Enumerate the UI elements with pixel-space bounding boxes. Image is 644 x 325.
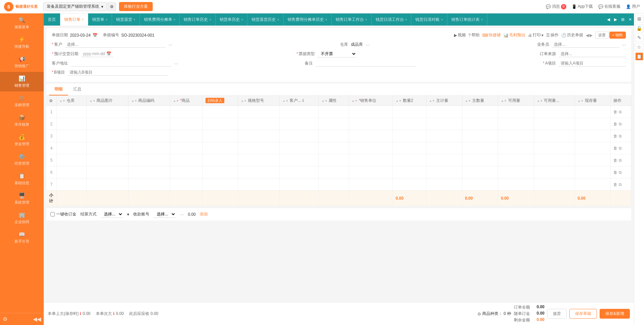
add-material-button[interactable]: + 物料 [609,32,626,39]
right-btn-lock[interactable]: 🔒 [635,24,643,32]
sidebar-item-purchase[interactable]: 🛒采购管理 [0,91,44,111]
invoice-select[interactable]: 不开票 增值税普通发票 增值税专用发票 [317,50,356,57]
message-btn[interactable]: 💬 消息 9 [546,4,566,9]
tab-close-6[interactable]: × [241,18,243,22]
tab-nav-next[interactable]: ▶ [612,17,619,22]
col-scan[interactable]: 扫码录入 [202,96,238,106]
warehouse-more-icon[interactable]: ··· [366,42,370,47]
receipt-more-icon[interactable]: ··· [180,212,184,217]
tab-8[interactable]: 销售费用分摊单历史× [283,13,332,26]
tab-summary[interactable]: 汇总 [68,84,87,95]
tab-1[interactable]: 销售订单× [60,13,88,26]
right-btn-clip[interactable]: 📋 [635,52,643,60]
tab-close-7[interactable]: × [277,18,279,22]
settings-button[interactable]: 设置 [595,32,609,39]
right-btn-star[interactable]: ☆ [635,43,643,51]
tab-close-11[interactable]: × [441,18,443,22]
history-btn[interactable]: 🕐 历史单据 [561,32,583,38]
tab-close-8[interactable]: × [325,18,327,22]
b-project-input[interactable] [68,69,168,76]
sidebar-item-marketing[interactable]: 📢营销推广 [0,52,44,72]
sidebar-item-enterprise[interactable]: 🏢企业协同 [0,208,44,228]
profit-btn[interactable]: 📊 毛利预估 [503,32,525,38]
row-delete-6[interactable]: 🗑 [613,170,617,175]
row-delete-3[interactable]: 🗑 [613,134,617,138]
sidebar-item-inventory[interactable]: 📦库存核算 [0,111,44,130]
row-copy-4[interactable]: ⧉ [619,146,622,151]
tab-close-12[interactable]: × [481,18,483,22]
user-menu[interactable]: 👤 用户 [626,4,640,9]
tab-close-5[interactable]: × [209,18,211,22]
address-more-icon[interactable]: ··· [174,61,178,66]
row-delete-7[interactable]: 🗑 [613,182,617,187]
tab-9[interactable]: 销售订单工作台× [332,13,372,26]
tab-12[interactable]: 销售订单统计表× [447,13,487,26]
row-delete-2[interactable]: 🗑 [613,122,617,126]
sidebar-item-basic[interactable]: 📋基础信息 [0,169,44,189]
sidebar-item-search[interactable]: 🔍搜索菜单 [0,13,44,33]
tab-nav-prev[interactable]: ◀ [605,17,612,22]
shortcut-btn[interactable]: ⌨ 快捷键 [482,32,501,38]
tab-close-10[interactable]: × [405,18,407,22]
sidebar-collapse-icon[interactable]: ◀◀ [33,316,41,322]
customer-input[interactable] [65,41,166,48]
row-copy-7[interactable]: ⧉ [619,182,622,187]
tab-close-3[interactable]: × [134,18,136,22]
row-copy-1[interactable]: ⧉ [619,110,622,114]
payment-method-select[interactable]: 选择... [101,211,123,218]
row-copy-6[interactable]: ⧉ [619,170,622,175]
customer-more-icon[interactable]: ··· [168,42,173,47]
sidebar-item-operation[interactable]: ⚙️经营管理 [0,150,44,169]
salesperson-more-icon[interactable]: ··· [622,42,626,47]
sidebar-item-system[interactable]: 🖥️系统管理 [0,189,44,208]
tab-7[interactable]: 销货退货历史× [248,13,283,26]
tab-11[interactable]: 钱货日清对账× [411,13,447,26]
row-copy-5[interactable]: ⧉ [619,158,622,163]
tab-close-2[interactable]: × [106,18,108,22]
row-delete-4[interactable]: 🗑 [613,146,617,151]
app-download-btn[interactable]: 📱 App下载 [572,4,593,9]
online-service-btn[interactable]: 💬 在线客服 [598,4,620,9]
nav-next-icon[interactable]: ▶ [590,33,593,38]
tab-10[interactable]: 钱货日清工作台× [372,13,412,26]
sidebar-item-quick[interactable]: ⚡快捷导航 [0,33,44,52]
right-btn-grid[interactable]: ⊞ [635,15,643,23]
row-delete-5[interactable]: 🗑 [613,158,617,163]
calendar-icon[interactable]: 📅 [92,33,98,38]
sidebar-settings-icon[interactable]: ⚙ [3,316,7,322]
row-copy-2[interactable]: ⧉ [619,122,622,126]
one-click-checkbox[interactable] [50,212,55,216]
order-source-input[interactable] [559,51,626,57]
solution-button[interactable]: 体验行业方案 [119,2,153,11]
tab-3[interactable]: 销货退货× [112,13,140,26]
tab-close-1[interactable]: × [82,18,84,22]
delivery-date-field[interactable]: yyyy-mm-dd 📅 [81,51,113,57]
tab-2[interactable]: 销货单× [88,13,112,26]
address-input[interactable] [71,60,172,67]
tab-nav-expand[interactable]: ⊞ [619,17,627,22]
a-project-input[interactable] [559,60,626,67]
save-new-button[interactable]: 保存&新增 [600,309,630,319]
tab-nav-close[interactable]: ✕ [627,17,634,22]
add-link[interactable]: 添加 [200,211,208,217]
nav-prev-icon[interactable]: ◀ [586,33,589,38]
row-delete-1[interactable]: 🗑 [613,110,617,114]
receipt-account-select[interactable]: 选择... [153,211,176,218]
right-btn-edit[interactable]: ✎ [635,34,643,42]
operation-btn[interactable]: ☰ 操作 [546,32,559,38]
sidebar-item-sales[interactable]: 📊销售管理 [0,72,44,91]
print-btn[interactable]: 🖨 打印 ▾ [528,32,543,38]
app-selector[interactable]: 装备及固定资产辅助管理系统 ▾ [43,2,107,11]
col-settings[interactable]: ⚙ [46,96,56,106]
help-btn[interactable]: ? 帮助 [468,32,480,38]
tab-5[interactable]: 销售订单历史× [180,13,216,26]
discard-button[interactable]: 放弃 [547,309,567,319]
view-btn[interactable]: ▶ 视频 [454,32,466,38]
tab-4[interactable]: 销售费用分摊单× [140,13,180,26]
tab-6[interactable]: 销货单历史× [216,13,248,26]
tab-0[interactable]: 首页 [44,13,60,26]
salesperson-input[interactable] [552,41,619,48]
sidebar-item-capital[interactable]: 💰资金管理 [0,130,44,150]
sidebar-item-guide[interactable]: 📖新手引导 [0,228,44,247]
settings-icon[interactable]: ⚙ [107,2,116,11]
